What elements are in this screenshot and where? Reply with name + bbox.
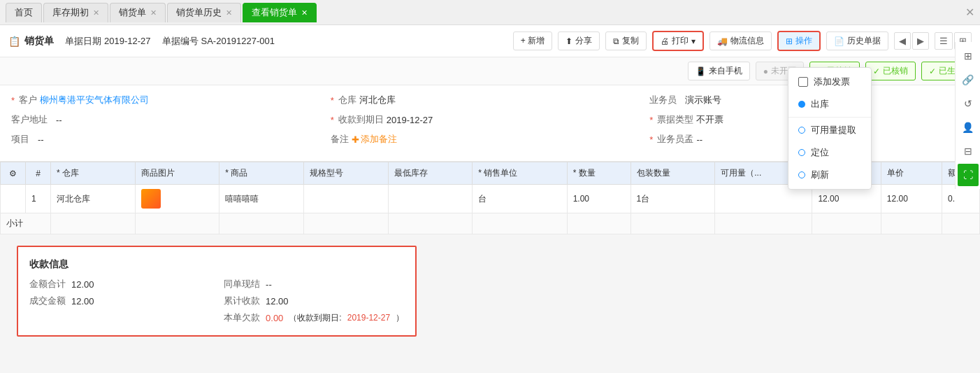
- share-button[interactable]: ⬆ 分享: [558, 31, 600, 50]
- close-all-icon[interactable]: ✕: [965, 6, 974, 18]
- add-note-button[interactable]: ✚ 添加备注: [352, 133, 397, 146]
- menu-quantity-pick[interactable]: 可用量提取: [788, 119, 871, 141]
- col-pack-qty: 包装数量: [630, 162, 715, 185]
- row-num: 1: [26, 185, 51, 213]
- sidebar-table-icon[interactable]: ⊟: [958, 140, 978, 162]
- tab-sales-order-history-close[interactable]: ✕: [226, 8, 232, 17]
- operations-dropdown: 添加发票 出库 可用量提取 定位 刷新: [788, 67, 872, 190]
- revoked-label: 已核销: [883, 65, 908, 77]
- print-button[interactable]: 🖨 打印 ▾: [654, 32, 702, 50]
- menu-locate[interactable]: 定位: [788, 141, 871, 164]
- payment-date-field: * 收款到期日 2019-12-27: [331, 113, 650, 126]
- tab-inventory-init-label: 库存期初: [52, 6, 89, 19]
- summary-due: 本单欠款 0.00 （收款到期日: 2019-12-27 ）: [224, 311, 404, 324]
- sidebar-refresh-icon[interactable]: ↺: [958, 92, 978, 115]
- tab-sales-order-close[interactable]: ✕: [150, 8, 157, 17]
- from-phone-button[interactable]: 📱 来自手机: [688, 62, 750, 80]
- doc-number-field: 单据编号 SA-20191227-001: [162, 35, 275, 48]
- tab-bar-close[interactable]: ✕: [965, 6, 974, 19]
- list-view-button[interactable]: ☰: [935, 32, 953, 50]
- tab-view-sales-order[interactable]: 查看销货单 ✕: [243, 3, 317, 22]
- tab-inventory-init-close[interactable]: ✕: [93, 8, 99, 17]
- tab-inventory-init[interactable]: 库存期初 ✕: [43, 3, 108, 22]
- summary-total-received: 累计收款 12.00: [224, 295, 404, 307]
- print-highlight-box: 🖨 打印 ▾: [652, 31, 704, 51]
- customer-addr-value: --: [56, 115, 62, 125]
- copy-button[interactable]: ⧉ 复制: [605, 31, 647, 50]
- summary-due-close-paren: ）: [396, 312, 404, 324]
- col-unit-price: 单价: [881, 162, 942, 185]
- from-phone-label: 来自手机: [709, 65, 742, 77]
- logistics-button[interactable]: 🚚 物流信息: [709, 31, 772, 50]
- sidebar-user-icon[interactable]: 👤: [956, 116, 979, 139]
- summary-received-value: 12.00: [266, 296, 289, 307]
- history-icon: 📄: [834, 36, 844, 46]
- summary-same-order-value: --: [266, 279, 272, 290]
- note-label: 备注: [331, 133, 349, 146]
- summary-grid: 金额合计 12.00 同单现结 -- 成交金额 12.00 累计收款 12.00…: [29, 278, 404, 324]
- customer-value[interactable]: 柳州粤港平安气体有限公司: [40, 94, 149, 106]
- subtotal-row: 小计: [1, 213, 980, 234]
- project-field: 项目 --: [11, 133, 331, 146]
- tab-home[interactable]: 首页: [6, 3, 42, 22]
- menu-add-invoice[interactable]: 添加发票: [788, 71, 871, 93]
- operations-button[interactable]: ⊞ 操作: [779, 32, 819, 50]
- menu-refresh[interactable]: 刷新: [788, 164, 871, 186]
- dropdown-divider: [788, 117, 871, 118]
- ticket-type-value: 不开票: [696, 113, 723, 126]
- copy-label: 复制: [622, 35, 639, 47]
- history-button[interactable]: 📄 历史单据: [826, 31, 888, 50]
- subtotal-product: [219, 213, 304, 234]
- payment-required: *: [331, 115, 334, 125]
- warehouse-value: 河北仓库: [359, 94, 396, 106]
- subtotal-available: [715, 213, 812, 234]
- copy-icon: ⧉: [613, 36, 619, 46]
- operations-icon: ⊞: [786, 36, 793, 46]
- row-product: 嘻嘻嘻嘻: [219, 185, 304, 213]
- staff-label: 业务员: [649, 94, 677, 106]
- revoked-icon: ✓: [873, 66, 880, 76]
- subtotal-image: [135, 213, 219, 234]
- warehouse-field: * 仓库 河北仓库: [331, 94, 650, 106]
- tab-sales-order[interactable]: 销货单 ✕: [110, 3, 166, 22]
- summary-due-label: 本单欠款: [224, 311, 260, 324]
- sidebar-expand-icon[interactable]: ⊞: [958, 45, 978, 67]
- doc-date-field: 单据日期 2019-12-27: [65, 35, 151, 48]
- doc-icon: 📋: [8, 36, 20, 47]
- col-settings[interactable]: ⚙: [1, 162, 26, 185]
- doc-meta: 单据日期 2019-12-27 单据编号 SA-20191227-001: [65, 35, 275, 48]
- tab-sales-order-label: 销货单: [119, 6, 146, 19]
- row-sales-unit: 台: [473, 185, 568, 213]
- next-button[interactable]: ▶: [912, 32, 929, 50]
- print-dropdown-icon: ▾: [691, 36, 696, 46]
- payment-date-label: 收款到期日: [338, 113, 384, 126]
- summary-received-label: 累计收款: [224, 295, 260, 307]
- prev-button[interactable]: ◀: [894, 32, 911, 50]
- summary-same-order-label: 同单现结: [224, 278, 260, 290]
- customer-addr-field: 客户地址 --: [11, 113, 331, 126]
- refresh-icon: [798, 171, 805, 178]
- customer-field: * 客户 柳州粤港平安气体有限公司: [11, 94, 331, 106]
- sidebar-fullscreen-icon[interactable]: ⛶: [958, 164, 979, 186]
- print-label: 打印: [672, 35, 689, 47]
- row-settings: [1, 185, 26, 213]
- sidebar-link-icon[interactable]: 🔗: [956, 69, 979, 91]
- revoked-button[interactable]: ✓ 已核销: [865, 62, 916, 80]
- summary-same-order-settle: 同单现结 --: [224, 278, 404, 290]
- tab-view-sales-order-label: 查看销货单: [252, 6, 297, 19]
- tab-view-sales-order-close[interactable]: ✕: [301, 8, 308, 17]
- right-sidebar: ⊞ 🔗 ↺ 👤 ⊟ ⛶: [955, 42, 980, 189]
- locate-icon: [798, 149, 805, 156]
- ticket-type-required: *: [649, 115, 653, 125]
- new-button[interactable]: + 新增: [513, 31, 552, 50]
- warehouse-label: 仓库: [338, 94, 356, 106]
- row-image: [135, 185, 219, 213]
- customer-label: 客户: [19, 94, 37, 106]
- salesperson-required: *: [649, 134, 653, 145]
- product-thumbnail: [141, 189, 161, 209]
- add-invoice-label: 添加发票: [814, 76, 850, 88]
- summary-deal-value: 12.00: [71, 296, 94, 307]
- ticket-type-label: 票据类型: [657, 113, 693, 126]
- tab-sales-order-history[interactable]: 销货单历史 ✕: [167, 3, 241, 22]
- menu-outbound[interactable]: 出库: [788, 93, 871, 115]
